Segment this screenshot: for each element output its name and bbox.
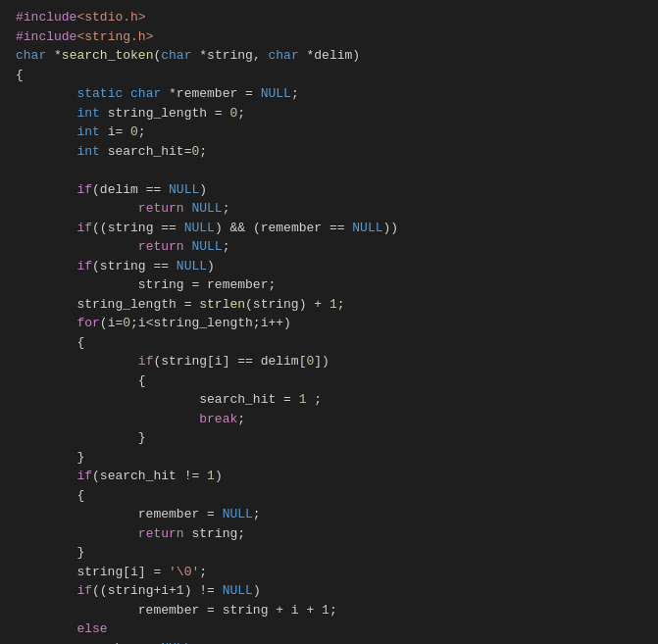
code-line-16: string_length = strlen(string) + 1; [0,295,658,315]
code-line-31: if((string+i+1) != NULL) [0,581,658,601]
code-line-10: if(delim == NULL) [0,180,658,200]
code-line-32: remember = string + i + 1; [0,601,658,620]
code-line-7: int i= 0; [0,123,658,142]
code-line-13: return NULL; [0,237,658,257]
code-line-11: return NULL; [0,199,658,219]
include-header2: <string.h> [76,27,153,47]
code-line-9 [0,161,658,180]
code-line-28: return string; [0,524,658,544]
code-line-34: remember = NULL; [0,639,658,645]
keyword-include2: #include [16,27,76,47]
code-line-15: string = remember; [0,275,658,295]
code-line-2: #include<string.h> [0,27,658,47]
code-line-25: if(search_hit != 1) [0,467,658,486]
code-line-1: #include<stdio.h> [0,8,658,27]
code-line-18: { [0,333,658,353]
code-line-30: string[i] = '\0'; [0,563,658,582]
code-line-4: { [0,66,658,85]
fn-search-token: search_token [62,46,154,66]
code-line-33: else [0,619,658,639]
code-line-14: if(string == NULL) [0,257,658,276]
code-line-8: int search_hit=0; [0,142,658,162]
keyword-include: #include [16,8,76,27]
type-char: char [16,46,46,66]
include-header: <stdio.h> [76,8,145,27]
code-editor: #include<stdio.h> #include<string.h> cha… [0,0,658,644]
code-line-22: break; [0,410,658,429]
code-line-27: remember = NULL; [0,505,658,524]
code-line-20: { [0,372,658,391]
code-line-21: search_hit = 1 ; [0,390,658,410]
code-line-23: } [0,428,658,448]
code-line-24: } [0,448,658,468]
code-line-19: if(string[i] == delim[0]) [0,352,658,372]
code-line-3: char *search_token(char *string, char *d… [0,46,658,66]
code-line-29: } [0,543,658,563]
code-line-6: int string_length = 0; [0,104,658,124]
code-line-26: { [0,486,658,506]
code-line-5: static char *remember = NULL; [0,84,658,104]
code-line-17: for(i=0;i<string_length;i++) [0,314,658,333]
code-line-12: if((string == NULL) && (remember == NULL… [0,219,658,238]
